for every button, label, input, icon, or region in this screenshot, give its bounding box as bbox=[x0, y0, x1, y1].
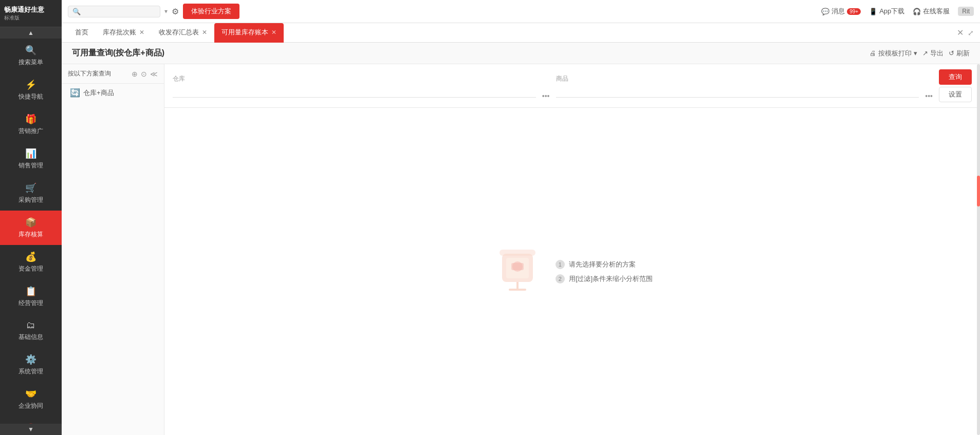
tab-panel-expand-button[interactable]: ⤢ bbox=[968, 29, 974, 37]
settings-icon[interactable]: ⊙ bbox=[141, 70, 147, 78]
tab-home[interactable]: 首页 bbox=[68, 23, 96, 43]
tab-close-icon-available[interactable]: ✕ bbox=[271, 29, 276, 36]
inventory-icon: 📦 bbox=[25, 217, 36, 228]
sidebar-item-label: 销售管理 bbox=[19, 161, 43, 170]
sidebar: 畅康通好生意 标准版 ▲ 🔍搜索菜单⚡快捷导航🎁营销推广📊销售管理🛒采购管理📦库… bbox=[0, 0, 62, 435]
tab-close-icon-batch[interactable]: ✕ bbox=[139, 29, 144, 36]
svg-rect-3 bbox=[511, 263, 524, 270]
message-label: 消息 bbox=[831, 7, 845, 16]
sidebar-item-basic[interactable]: 🗂基础信息 bbox=[0, 314, 62, 348]
sidebar-item-label: 资金管理 bbox=[19, 264, 43, 273]
left-panel-title: 按以下方案查询 bbox=[68, 69, 111, 78]
panel-item-warehouse-product[interactable]: 🔄 仓库+商品 bbox=[62, 84, 164, 102]
filter-actions: 查询 设置 bbox=[939, 69, 972, 102]
sidebar-nav: 🔍搜索菜单⚡快捷导航🎁营销推广📊销售管理🛒采购管理📦库存核算💰资金管理📋经营管理… bbox=[0, 39, 62, 424]
warehouse-more-icon[interactable]: ••• bbox=[542, 92, 550, 102]
content-area: 按以下方案查询 ⊕ ⊙ ≪ 🔄 仓库+商品 仓库 ••• bbox=[62, 64, 980, 435]
warehouse-filter-field: 仓库 bbox=[173, 74, 536, 98]
page-header: 可用量查询(按仓库+商品) 🖨 按模板打印 ▾ ↗ 导出 ↺ 刷新 bbox=[62, 43, 980, 64]
sidebar-item-sales[interactable]: 📊销售管理 bbox=[0, 142, 62, 176]
online-service-button[interactable]: 🎧 在线客服 bbox=[913, 7, 950, 16]
message-button[interactable]: 💬 消息 99+ bbox=[821, 7, 861, 16]
gear-icon[interactable]: ⚙ bbox=[172, 7, 179, 16]
panel-item-label: 仓库+商品 bbox=[83, 88, 114, 98]
chevron-down-icon[interactable]: ▾ bbox=[164, 8, 168, 15]
online-service-label: 在线客服 bbox=[923, 7, 950, 16]
tip-text-2: 用[过滤]条件来缩小分析范围 bbox=[569, 274, 653, 283]
warehouse-product-icon: 🔄 bbox=[70, 88, 80, 98]
right-scrollbar[interactable] bbox=[977, 64, 980, 435]
sidebar-item-system[interactable]: ⚙️系统管理 bbox=[0, 348, 62, 382]
message-icon: 💬 bbox=[821, 8, 829, 15]
filter-bar: 仓库 ••• 商品 ••• 查询 设置 bbox=[164, 64, 980, 108]
scrollbar-thumb[interactable] bbox=[977, 176, 980, 206]
empty-illustration bbox=[492, 238, 543, 305]
topbar-right: 💬 消息 99+ 📱 App下载 🎧 在线客服 Rit bbox=[821, 7, 974, 16]
tab-summary[interactable]: 收发存汇总表✕ bbox=[152, 23, 214, 43]
page-title: 可用量查询(按仓库+商品) bbox=[72, 48, 164, 59]
empty-tip-1: 1 请先选择要分析的方案 bbox=[556, 260, 653, 269]
add-icon[interactable]: ⊕ bbox=[132, 70, 138, 78]
query-button[interactable]: 查询 bbox=[939, 69, 972, 85]
sidebar-item-shortcut[interactable]: ⚡快捷导航 bbox=[0, 73, 62, 107]
search-icon: 🔍 bbox=[25, 45, 36, 56]
tab-label-summary: 收发存汇总表 bbox=[159, 28, 199, 37]
tab-actions: ✕ ⤢ bbox=[957, 28, 974, 37]
tab-label-available: 可用量库存账本 bbox=[221, 28, 268, 37]
sidebar-item-marketing[interactable]: 🎁营销推广 bbox=[0, 107, 62, 142]
sidebar-item-cooperation[interactable]: 🤝企业协同 bbox=[0, 382, 62, 417]
message-badge: 99+ bbox=[847, 8, 861, 15]
system-icon: ⚙️ bbox=[25, 354, 36, 365]
sidebar-item-label: 采购管理 bbox=[19, 196, 43, 204]
sidebar-scroll-up[interactable]: ▲ bbox=[0, 27, 62, 39]
sidebar-item-guide[interactable]: 🎯新手引导 bbox=[0, 417, 62, 424]
app-download-label: App下载 bbox=[879, 7, 904, 16]
export-icon: ↗ bbox=[922, 49, 928, 57]
operation-icon: 📋 bbox=[25, 286, 36, 297]
sidebar-scroll-down[interactable]: ▼ bbox=[0, 424, 62, 435]
tab-available[interactable]: 可用量库存账本✕ bbox=[214, 23, 284, 43]
tabs-bar: 首页库存批次账✕收发存汇总表✕可用量库存账本✕ ✕ ⤢ bbox=[62, 23, 980, 43]
sidebar-item-label: 营销推广 bbox=[19, 127, 43, 136]
right-content: 仓库 ••• 商品 ••• 查询 设置 bbox=[164, 64, 980, 435]
product-input[interactable] bbox=[556, 85, 919, 98]
marketing-icon: 🎁 bbox=[25, 114, 36, 125]
finance-icon: 💰 bbox=[25, 251, 36, 262]
tab-batch[interactable]: 库存批次账✕ bbox=[96, 23, 152, 43]
topbar: 🔍 ▾ ⚙ 体验行业方案 💬 消息 99+ 📱 App下载 🎧 在线客服 Rit bbox=[62, 0, 980, 23]
print-button[interactable]: 🖨 按模板打印 ▾ bbox=[870, 49, 917, 58]
collapse-icon[interactable]: ≪ bbox=[150, 70, 158, 78]
left-panel-header-icons: ⊕ ⊙ ≪ bbox=[132, 70, 158, 78]
sidebar-item-label: 快捷导航 bbox=[19, 92, 43, 101]
tab-close-icon-summary[interactable]: ✕ bbox=[202, 29, 207, 36]
user-avatar[interactable]: Rit bbox=[958, 7, 974, 16]
sidebar-item-purchase[interactable]: 🛒采购管理 bbox=[0, 176, 62, 211]
sidebar-item-search[interactable]: 🔍搜索菜单 bbox=[0, 39, 62, 73]
trial-button[interactable]: 体验行业方案 bbox=[183, 4, 239, 19]
product-more-icon[interactable]: ••• bbox=[925, 92, 933, 102]
sidebar-item-inventory[interactable]: 📦库存核算 bbox=[0, 211, 62, 245]
left-panel-header: 按以下方案查询 ⊕ ⊙ ≪ bbox=[62, 64, 164, 84]
sidebar-item-label: 搜索菜单 bbox=[19, 58, 43, 67]
refresh-button[interactable]: ↺ 刷新 bbox=[949, 49, 970, 58]
topbar-search-box[interactable]: 🔍 bbox=[68, 6, 160, 17]
app-title: 畅康通好生意 bbox=[4, 5, 44, 14]
export-button[interactable]: ↗ 导出 bbox=[922, 49, 944, 58]
empty-tip-2: 2 用[过滤]条件来缩小分析范围 bbox=[556, 274, 653, 283]
app-download-button[interactable]: 📱 App下载 bbox=[869, 7, 904, 16]
warehouse-label: 仓库 bbox=[173, 74, 536, 83]
tip-num-2: 2 bbox=[556, 274, 565, 283]
sidebar-item-label: 企业协同 bbox=[19, 402, 43, 410]
filter-settings-button[interactable]: 设置 bbox=[939, 87, 972, 102]
empty-state: 1 请先选择要分析的方案 2 用[过滤]条件来缩小分析范围 bbox=[164, 108, 980, 435]
sidebar-item-operation[interactable]: 📋经营管理 bbox=[0, 279, 62, 314]
sidebar-item-finance[interactable]: 💰资金管理 bbox=[0, 245, 62, 279]
warehouse-input[interactable] bbox=[173, 85, 536, 98]
main-content: 🔍 ▾ ⚙ 体验行业方案 💬 消息 99+ 📱 App下载 🎧 在线客服 Rit bbox=[62, 0, 980, 435]
tab-panel-close-button[interactable]: ✕ bbox=[957, 28, 964, 37]
search-input[interactable] bbox=[83, 8, 144, 15]
print-icon: 🖨 bbox=[870, 49, 876, 57]
product-filter-field: 商品 bbox=[556, 74, 919, 98]
cooperation-icon: 🤝 bbox=[25, 388, 36, 400]
sidebar-logo: 畅康通好生意 标准版 bbox=[0, 0, 62, 27]
